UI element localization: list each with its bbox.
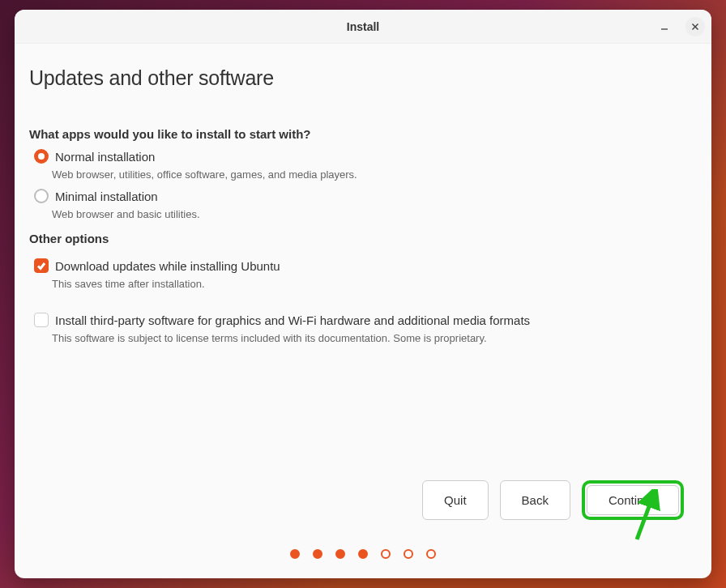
progress-dot (358, 549, 368, 559)
button-row: Quit Back Continue (29, 467, 697, 533)
option-description: This software is subject to license term… (52, 332, 697, 344)
other-options-heading: Other options (29, 232, 697, 245)
option-label: Normal installation (55, 150, 155, 164)
installer-window: Install Updates and other software What … (15, 10, 711, 578)
install-type-heading: What apps would you like to install to s… (29, 127, 697, 141)
option-description: Web browser and basic utilities. (52, 208, 697, 220)
radio-icon (34, 189, 49, 203)
progress-dot (381, 549, 391, 559)
close-icon (690, 21, 701, 32)
option-description: This saves time after installation. (52, 278, 697, 290)
quit-button[interactable]: Quit (422, 480, 489, 520)
minimal-install-option[interactable]: Minimal installation (34, 189, 697, 203)
checkbox-icon (34, 258, 49, 273)
option-label: Download updates while installing Ubuntu (55, 259, 280, 273)
progress-dot (335, 549, 345, 559)
content-area: Updates and other software What apps wou… (15, 44, 711, 578)
highlight-annotation: Continue (582, 480, 684, 520)
third-party-option[interactable]: Install third-party software for graphic… (34, 313, 697, 327)
progress-dot (426, 549, 436, 559)
progress-dot (290, 549, 300, 559)
radio-icon (34, 149, 49, 164)
checkbox-icon (34, 313, 49, 327)
progress-dot (404, 549, 413, 559)
titlebar: Install (15, 10, 711, 44)
progress-dots (29, 533, 697, 578)
minimize-button[interactable] (655, 17, 674, 36)
normal-install-option[interactable]: Normal installation (34, 149, 697, 164)
window-title: Install (347, 20, 379, 33)
minimize-icon (659, 21, 670, 32)
window-controls (655, 10, 705, 44)
option-label: Minimal installation (55, 190, 158, 203)
continue-button[interactable]: Continue (587, 485, 679, 515)
option-description: Web browser, utilities, office software,… (52, 168, 697, 181)
page-title: Updates and other software (29, 66, 697, 90)
download-updates-option[interactable]: Download updates while installing Ubuntu (34, 258, 697, 273)
back-button[interactable]: Back (500, 480, 570, 520)
progress-dot (313, 549, 322, 559)
close-button[interactable] (685, 17, 705, 36)
option-label: Install third-party software for graphic… (55, 313, 530, 327)
